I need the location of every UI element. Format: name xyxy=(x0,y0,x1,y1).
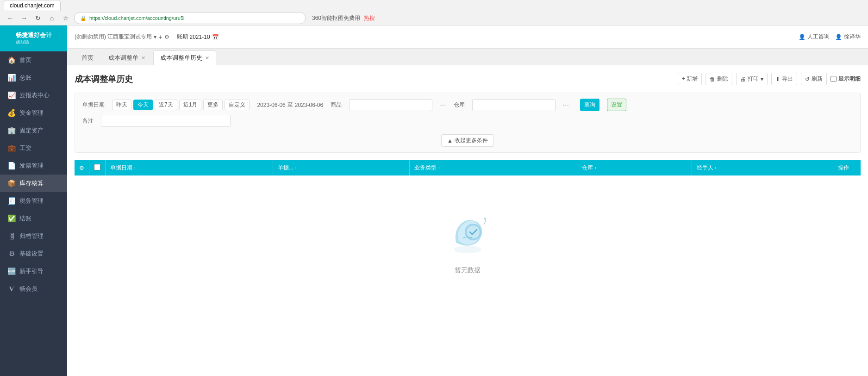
date-btn-custom[interactable]: 自定义 xyxy=(225,100,250,110)
tab-cost-adjust-history[interactable]: 成本调整单历史 ✕ xyxy=(153,50,216,65)
secure-icon: 🔒 xyxy=(80,15,87,21)
search-tool[interactable]: 360智能抠图免费用 xyxy=(312,14,360,22)
sidebar-item-invoice-mgmt[interactable]: 📄 发票管理 xyxy=(0,157,67,175)
new-btn[interactable]: + 新增 xyxy=(678,73,702,85)
sidebar-item-label: 库存核算 xyxy=(19,179,44,188)
tab-cost-adjust-history-close[interactable]: ✕ xyxy=(205,55,209,61)
sidebar-item-fund-mgmt[interactable]: 💰 资金管理 xyxy=(0,104,67,122)
date-from: 2023-06-06 xyxy=(257,102,285,108)
th-checkbox[interactable] xyxy=(89,160,106,175)
sidebar-menu: 🏠 首页 📊 总账 📈 云报表中心 💰 资金管理 🏢 固定资产 💼 工资 xyxy=(0,51,67,376)
home-btn[interactable]: ⌂ xyxy=(46,13,57,24)
closing-icon: ✅ xyxy=(7,214,16,223)
th-date-label: 单据日期 xyxy=(110,164,132,172)
date-btn-1month[interactable]: 近1月 xyxy=(179,100,202,110)
empty-text: 暂无数据 xyxy=(455,266,481,275)
sidebar-item-member[interactable]: V 畅会员 xyxy=(0,280,67,298)
browser-tab-bar: cloud.chanjet.com xyxy=(0,0,868,11)
dropdown-arrow-icon[interactable]: ▾ xyxy=(154,34,156,40)
sidebar-item-ledger[interactable]: 📊 总账 xyxy=(0,69,67,87)
tab-cost-adjust-label: 成本调整单 xyxy=(108,54,138,62)
sort-arrows-number: ↕ xyxy=(295,166,297,170)
sidebar: 畅捷通好会计 旗舰版 🏠 首页 📊 总账 📈 云报表中心 💰 资金管理 xyxy=(0,25,67,376)
active-browser-tab[interactable]: cloud.chanjet.com xyxy=(4,0,61,11)
sidebar-item-inventory[interactable]: 📦 库存核算 xyxy=(0,175,67,192)
calendar-icon[interactable]: 📅 xyxy=(212,34,219,40)
refresh-btn[interactable]: ↺ 刷新 xyxy=(801,73,827,85)
back-btn[interactable]: ← xyxy=(5,13,16,24)
sidebar-item-fixed-assets[interactable]: 🏢 固定资产 xyxy=(0,122,67,139)
header-period: 账期 2021-10 📅 xyxy=(177,33,219,41)
delete-btn[interactable]: 🗑 删除 xyxy=(706,73,732,85)
sidebar-logo: 畅捷通好会计 旗舰版 xyxy=(0,25,67,51)
consult-icon: 👤 xyxy=(799,34,806,40)
date-range: 2023-06-06 至 2023-06-06 xyxy=(257,101,323,109)
th-handler[interactable]: 经手人 ↕ xyxy=(692,160,833,175)
reload-btn[interactable]: ↻ xyxy=(32,13,44,24)
display-toggle[interactable]: 显示明细 xyxy=(831,75,861,83)
sort-arrows-warehouse: ↕ xyxy=(594,166,596,170)
query-btn[interactable]: 查询 xyxy=(580,99,599,111)
consult-btn[interactable]: 👤 人工咨询 xyxy=(799,33,830,41)
tab-home-label: 首页 xyxy=(81,54,94,62)
address-bar[interactable]: 🔒 https://cloud.chanjet.com/accounting/u… xyxy=(74,12,306,24)
sidebar-item-tax-mgmt[interactable]: 🧾 税务管理 xyxy=(0,192,67,210)
refresh-label: 刷新 xyxy=(812,75,823,83)
sidebar-item-label: 资金管理 xyxy=(19,109,44,117)
th-biz-type[interactable]: 业务类型 ↕ xyxy=(410,160,577,175)
th-gear[interactable]: ⚙ xyxy=(75,160,89,175)
tab-home[interactable]: 首页 xyxy=(75,50,100,65)
fund-icon: 💰 xyxy=(7,109,16,117)
th-warehouse-label: 仓库 xyxy=(582,164,593,172)
tab-cost-adjust[interactable]: 成本调整单 ✕ xyxy=(101,50,152,65)
logo-text: 畅捷通好会计 xyxy=(16,31,52,39)
sidebar-item-label: 税务管理 xyxy=(19,197,44,205)
print-icon: 🖨 xyxy=(740,76,746,82)
warehouse-dots[interactable]: ··· xyxy=(563,101,569,109)
date-filter-buttons: 昨天 今天 近7天 近1月 更多 自定义 xyxy=(112,100,250,110)
add-icon[interactable]: + xyxy=(158,33,162,41)
select-all-checkbox[interactable] xyxy=(94,164,100,170)
sidebar-item-basic-settings[interactable]: ⚙ 基础设置 xyxy=(0,245,67,263)
sidebar-item-archive-mgmt[interactable]: 🗄 归档管理 xyxy=(0,227,67,245)
sidebar-item-label: 首页 xyxy=(19,56,31,64)
user-info[interactable]: 👤 徐译华 xyxy=(835,33,861,41)
date-btn-today[interactable]: 今天 xyxy=(133,100,153,110)
goods-dots[interactable]: ··· xyxy=(440,101,446,109)
th-warehouse[interactable]: 仓库 ↕ xyxy=(577,160,692,175)
sidebar-item-label: 发票管理 xyxy=(19,162,44,170)
sidebar-item-closing[interactable]: ✅ 结账 xyxy=(0,210,67,227)
th-date[interactable]: 单据日期 ↕ xyxy=(106,160,273,175)
settings-icon[interactable]: ⚙ xyxy=(164,34,169,40)
forward-btn[interactable]: → xyxy=(19,13,30,24)
goods-filter-input[interactable] xyxy=(349,99,432,111)
warehouse-filter-label: 仓库 xyxy=(454,101,465,109)
sidebar-item-new-guide[interactable]: 🆕 新手引导 xyxy=(0,263,67,280)
payroll-icon: 💼 xyxy=(7,144,16,152)
th-number-label: 单据... xyxy=(278,164,293,172)
display-toggle-checkbox[interactable] xyxy=(831,76,837,82)
empty-icon xyxy=(444,213,491,259)
filter-setting-btn[interactable]: 设置 xyxy=(607,99,626,111)
fixed-assets-icon: 🏢 xyxy=(7,126,16,135)
delete-label: 删除 xyxy=(717,75,728,83)
export-btn[interactable]: ⬆ 导出 xyxy=(771,73,797,85)
svg-point-3 xyxy=(484,218,486,219)
sidebar-item-home[interactable]: 🏠 首页 xyxy=(0,51,67,69)
collapse-btn[interactable]: ▲ 收起更多条件 xyxy=(441,134,494,147)
warehouse-filter-input[interactable] xyxy=(472,99,556,111)
print-btn[interactable]: 🖨 打印 ▾ xyxy=(736,73,768,85)
remark-filter-input[interactable] xyxy=(101,115,231,127)
consult-label: 人工咨询 xyxy=(807,33,830,41)
bookmark-btn[interactable]: ☆ xyxy=(60,13,71,24)
th-number[interactable]: 单据... ↕ xyxy=(273,160,409,175)
sidebar-item-payroll[interactable]: 💼 工资 xyxy=(0,139,67,157)
tab-cost-adjust-close[interactable]: ✕ xyxy=(141,55,145,61)
sort-arrows-biz: ↕ xyxy=(438,166,440,170)
date-filter-label: 单据日期 xyxy=(82,101,105,109)
date-btn-yesterday[interactable]: 昨天 xyxy=(112,100,131,110)
date-btn-more[interactable]: 更多 xyxy=(203,100,223,110)
sidebar-item-label: 云报表中心 xyxy=(19,91,50,100)
date-btn-7days[interactable]: 近7天 xyxy=(155,100,177,110)
sidebar-item-report-center[interactable]: 📈 云报表中心 xyxy=(0,87,67,104)
